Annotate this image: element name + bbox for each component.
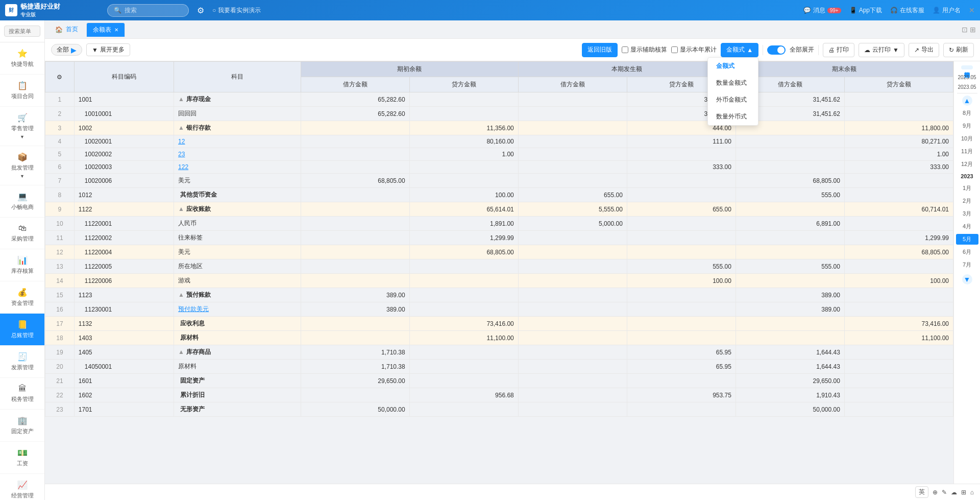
table-settings-th[interactable]: ⚙ [45,62,75,92]
table-row[interactable]: 22 1602 累计折旧 956.68 953.75 1,910.43 [45,388,953,402]
account-name[interactable]: 其他货币资金 [180,191,217,198]
account-name[interactable]: 累计折旧 [180,391,205,398]
show-annual-checkbox[interactable]: 显示本年累计 [671,45,717,54]
account-name[interactable]: 应收账款 [186,205,211,212]
rp-month-4[interactable]: 4月 [956,221,978,232]
table-row[interactable]: 15 1123 ▲预付账款 389.00 389.00 [45,288,953,302]
account-name-cell[interactable]: 原材料 [174,331,301,345]
sidebar-item-ledger[interactable]: 📒 总账管理 [0,314,44,346]
account-name-cell[interactable]: ▲应收账款 [174,202,301,217]
table-row[interactable]: 6 10020003 122 333.00 333.00 [45,161,953,174]
account-name-link[interactable]: 预付款美元 [178,305,209,313]
close-icon[interactable]: ✕ [969,6,975,14]
export-btn[interactable]: ↗ 导出 [909,43,939,57]
account-name[interactable]: 无形资产 [180,406,205,413]
table-wrapper[interactable]: ⚙ 科目编码 科目 期初余额 本期发生额 期末余额 借方金额 贷方金额 借方金额… [45,61,953,484]
sidebar-item-project[interactable]: 📋 项目合同 [0,75,44,107]
period-label[interactable]: 期间选择 [961,65,973,69]
account-name-cell[interactable]: 应收利息 [174,317,301,331]
table-row[interactable]: 13 11220005 所在地区 555.00 555.00 [45,259,953,274]
account-name-cell[interactable]: ▲库存商品 [174,345,301,360]
account-name-cell[interactable]: 其他货币资金 [174,188,301,202]
expand-more-btn[interactable]: ▼ 展开更多 [86,43,130,56]
online-service-btn[interactable]: 🎧 在线客服 [890,6,924,15]
format-option-foreign[interactable]: 外币金额式 [708,91,758,108]
tab-balance-sheet[interactable]: 余额表 ✕ [86,22,125,37]
bottom-lang-btn[interactable]: 英 [915,486,928,498]
table-row[interactable]: 17 1132 应收利息 73,416.00 73,416.00 [45,317,953,331]
table-row[interactable]: 10 11220001 人民币 1,891.00 5,000.00 6,891.… [45,217,953,231]
account-name-cell[interactable]: 无形资产 [174,402,301,417]
bottom-cloud-icon[interactable]: ☁ [951,489,957,496]
show-aux-checkbox[interactable]: 显示辅助核算 [622,45,667,54]
account-name-cell[interactable]: 固定资产 [174,374,301,388]
up-arrow-icon[interactable]: ▲ [962,96,972,106]
expand-icon[interactable]: ▲ [178,96,184,103]
all-expand-toggle[interactable] [767,45,786,55]
sidebar-item-quick-nav[interactable]: ⭐ 快捷导航 [0,42,44,75]
table-row[interactable]: 12 11220004 美元 68,805.00 68,805.00 [45,245,953,259]
table-row[interactable]: 16 11230001 预付款美元 389.00 389.00 [45,302,953,317]
rp-month-12[interactable]: 12月 [956,159,978,170]
table-row[interactable]: 5 10020002 23 1.00 1.00 [45,148,953,161]
table-row[interactable]: 9 1122 ▲应收账款 65,614.01 5,555.00 655.00 6… [45,202,953,217]
format-option-qty-foreign[interactable]: 数量外币式 [708,108,758,125]
expand-icon[interactable]: ▲ [178,348,184,355]
search-bar[interactable]: 🔍 搜索 [107,4,189,17]
rp-nav-down[interactable]: ▼ [962,274,972,284]
account-name-cell[interactable]: 122 [174,161,301,174]
rp-month-10[interactable]: 10月 [956,133,978,144]
window-max-icon[interactable]: ⊞ [970,26,976,34]
sidebar-search[interactable] [0,20,44,42]
account-name-link[interactable]: 122 [178,163,188,171]
sidebar-item-fund[interactable]: 💰 资金管理 [0,281,44,314]
sidebar-item-ecommerce[interactable]: 💻 小畅电商 [0,185,44,218]
sidebar-item-purchase[interactable]: 🛍 采购管理 [0,218,44,249]
account-name[interactable]: 库存现金 [186,96,211,103]
table-row[interactable]: 23 1701 无形资产 50,000.00 50,000.00 [45,402,953,417]
rp-month-1[interactable]: 1月 [956,183,978,194]
account-name[interactable]: 原材料 [180,334,199,341]
account-name-cell[interactable]: 12 [174,135,301,148]
table-row[interactable]: 7 10020006 美元 68,805.00 68,805.00 [45,174,953,188]
table-row[interactable]: 20 14050001 原材料 1,710.38 65.95 1,644.43 [45,360,953,374]
format-option-amount[interactable]: 金额式 [708,58,758,75]
account-name[interactable]: 预付账款 [186,291,211,298]
app-download-btn[interactable]: 📱 App下载 [849,6,882,15]
demo-link[interactable]: ○ 我要看实例演示 [212,6,261,15]
table-row[interactable]: 2 10010001 回回回 65,282.60 33,830.98 31,45… [45,107,953,121]
cloud-print-btn[interactable]: ☁ 云打印 ▼ [859,43,904,57]
account-name-cell[interactable]: ▲库存现金 [174,92,301,107]
table-row[interactable]: 18 1403 原材料 11,100.00 11,100.00 [45,331,953,345]
account-name[interactable]: 固定资产 [180,377,205,384]
account-name-cell[interactable]: ▲预付账款 [174,288,301,302]
account-name-link[interactable]: 12 [178,138,185,145]
account-name-cell[interactable]: 预付款美元 [174,302,301,317]
sidebar-item-wholesale[interactable]: 📦 批发管理 ▼ [0,146,44,185]
sidebar-item-inventory[interactable]: 📊 库存核算 [0,249,44,281]
table-row[interactable]: 19 1405 ▲库存商品 1,710.38 65.95 1,644.43 [45,345,953,360]
table-row[interactable]: 1 1001 ▲库存现金 65,282.60 33,830.98 31,451.… [45,92,953,107]
bottom-grid-icon[interactable]: ⊞ [961,489,966,496]
rp-month-11[interactable]: 11月 [956,146,978,157]
expand-icon[interactable]: ▲ [178,205,184,212]
settings-icon[interactable]: ⚙ [197,6,204,15]
rp-month-2[interactable]: 2月 [956,196,978,206]
sidebar-item-tax[interactable]: 🏛 税务管理 [0,378,44,410]
rp-month-3[interactable]: 3月 [956,208,978,219]
table-row[interactable]: 3 1002 ▲银行存款 11,356.00 444.00 11,800.00 [45,121,953,135]
show-aux-input[interactable] [622,46,628,53]
sidebar-item-salary[interactable]: 💵 工资 [0,442,44,474]
sidebar-item-invoice[interactable]: 🧾 发票管理 [0,346,44,378]
expand-icon[interactable]: ▲ [178,124,184,131]
account-name[interactable]: 库存商品 [186,348,211,355]
sidebar-item-assets[interactable]: 🏢 固定资产 [0,410,44,442]
account-name-cell[interactable]: ▲银行存款 [174,121,301,135]
rp-nav-up[interactable]: ▲ [962,96,972,106]
print-btn[interactable]: 🖨 打印 [823,43,854,57]
sidebar-item-retail[interactable]: 🛒 零售管理 ▼ [0,107,44,146]
tab-close-icon[interactable]: ✕ [114,27,118,33]
user-avatar[interactable]: 👤 用户名 [933,6,961,15]
refresh-btn[interactable]: ↻ 刷新 [943,43,974,57]
window-restore-icon[interactable]: ⊡ [962,26,968,34]
